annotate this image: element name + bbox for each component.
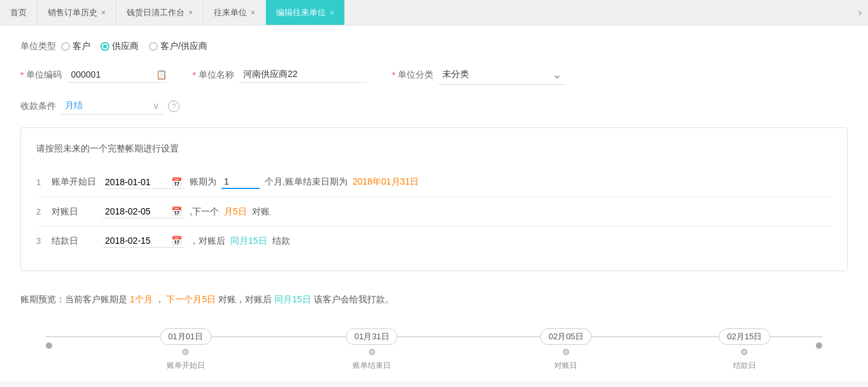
timeline-badge-2: 02月05日 <box>540 328 592 345</box>
unit-name-star: * <box>192 70 195 80</box>
row-3-suffix-before: ，对账后 <box>190 236 225 247</box>
settings-section: 请按照未来的一个完整帐期进行设置 1 账单开始日 📅 账期为 个月,账单结束日期… <box>20 127 848 271</box>
radio-supplier[interactable]: 供应商 <box>101 41 139 52</box>
tab-edit-partner[interactable]: 编辑往来单位 × <box>266 0 345 25</box>
unit-code-icon[interactable]: 📋 <box>156 69 167 80</box>
unit-code-star: * <box>20 70 24 80</box>
tab-partner[interactable]: 往来单位 × <box>204 0 266 25</box>
preview-suffix: 该客户会给我打款。 <box>314 294 394 304</box>
row-2-suffix-before: ,下一个 <box>190 206 219 218</box>
tab-sales-history-label: 销售订单历史 <box>48 7 97 18</box>
preview-text: 账期预览：当前客户账期是 1个月 ， 下一个月5日 对账，对账后 同月15日 该… <box>20 284 848 316</box>
timeline-badge-0: 01月01日 <box>160 328 211 345</box>
row-1-period-label: 账期为 <box>190 176 216 188</box>
timeline-badge-1: 01月31日 <box>346 328 398 345</box>
unit-code-input[interactable] <box>67 67 156 82</box>
timeline-point-0: 01月01日 账单开始日 <box>160 328 211 371</box>
timeline-badge-3: 02月15日 <box>719 328 771 345</box>
timeline-label-2: 对账日 <box>554 360 577 371</box>
radio-customer-label: 客户 <box>73 41 90 52</box>
row-2-suffix-after: 对账 <box>252 206 270 218</box>
unit-name-input[interactable] <box>239 67 367 83</box>
preview-part1: 1个月 <box>130 294 153 304</box>
unit-code-group: * 单位编码 📋 <box>20 67 167 83</box>
payment-row: 收款条件 月结 ∨ ? <box>20 97 848 115</box>
payment-value: 月结 <box>65 100 149 111</box>
setting-row-1: 1 账单开始日 📅 账期为 个月,账单结束日期为 2018年01月31日 <box>36 167 832 197</box>
section-hint: 请按照未来的一个完整帐期进行设置 <box>36 143 832 155</box>
radio-supplier-circle <box>101 42 109 51</box>
row-1-cal-icon[interactable]: 📅 <box>171 177 182 187</box>
row-2-cal-icon[interactable]: 📅 <box>171 206 182 216</box>
timeline-left-dot <box>46 342 52 349</box>
row-1-period-end: 2018年01月31日 <box>353 176 419 188</box>
payment-help-icon[interactable]: ? <box>168 101 179 112</box>
radio-both-circle <box>149 42 158 51</box>
timeline: 01月01日 账单开始日 01月31日 账单结束日 02月05日 对账日 02月… <box>20 316 848 354</box>
row-2-suffix-highlight: 月5日 <box>224 206 247 218</box>
unit-category-label: 单位分类 <box>398 69 433 81</box>
unit-type-row: 单位类型 客户 供应商 客户/供应商 <box>20 41 848 52</box>
preview-part3: 同月15日 <box>274 294 311 304</box>
tab-cash-work[interactable]: 钱货日清工作台 × <box>116 0 204 25</box>
unit-category-star: * <box>392 70 395 80</box>
setting-row-3: 3 结款日 📅 ，对账后 同月15日 结款 <box>36 227 832 255</box>
radio-both-label: 客户/供应商 <box>160 41 207 52</box>
unit-category-group: * 单位分类 未分类 ⌄ <box>392 65 566 85</box>
unit-category-value: 未分类 <box>442 69 552 80</box>
row-2-num: 2 <box>36 207 52 216</box>
tab-cash-work-close[interactable]: × <box>188 8 193 17</box>
row-2-field: 对账日 <box>52 206 102 218</box>
unit-code-label: 单位编码 <box>26 69 62 81</box>
tab-sales-history[interactable]: 销售订单历史 × <box>38 0 116 25</box>
timeline-point-3: 02月15日 结款日 <box>719 328 771 371</box>
tab-home[interactable]: 首页 <box>0 0 38 25</box>
tab-sales-history-close[interactable]: × <box>101 8 106 17</box>
tab-edit-partner-close[interactable]: × <box>330 8 334 17</box>
timeline-point-2: 02月05日 对账日 <box>540 328 592 371</box>
tab-partner-label: 往来单位 <box>214 7 247 18</box>
preview-mid1: ， <box>155 294 164 304</box>
unit-category-select[interactable]: 未分类 ⌄ <box>438 65 566 85</box>
row-1-date-wrapper: 📅 <box>102 176 185 189</box>
row-1-period-suffix: 个月,账单结束日期为 <box>265 176 347 188</box>
row-1-field: 账单开始日 <box>52 176 102 188</box>
row-2-date-input[interactable] <box>105 206 169 216</box>
row-3-date-input[interactable] <box>105 236 169 246</box>
timeline-dot-1 <box>368 349 375 355</box>
tab-home-label: 首页 <box>10 7 27 18</box>
row-3-cal-icon[interactable]: 📅 <box>171 236 182 246</box>
tab-partner-close[interactable]: × <box>251 8 255 17</box>
payment-label: 收款条件 <box>20 101 56 112</box>
tabs-bar: 首页 销售订单历史 × 钱货日清工作台 × 往来单位 × 编辑往来单位 × › <box>0 0 868 25</box>
radio-customer-circle <box>61 42 70 51</box>
timeline-label-3: 结款日 <box>733 360 756 371</box>
radio-customer[interactable]: 客户 <box>61 41 90 52</box>
timeline-point-1: 01月31日 账单结束日 <box>346 328 398 371</box>
unit-name-group: * 单位名称 <box>192 67 366 83</box>
tabs-arrow[interactable]: › <box>852 7 868 18</box>
radio-supplier-label: 供应商 <box>112 41 139 52</box>
preview-mid2: 对账，对账后 <box>218 294 272 304</box>
row-1-date-input[interactable] <box>105 177 169 187</box>
timeline-right-dot <box>816 342 822 349</box>
unit-type-label: 单位类型 <box>20 41 56 52</box>
preview-prefix: 账期预览：当前客户账期是 <box>20 294 127 304</box>
row-1-period-input[interactable] <box>221 175 260 189</box>
timeline-label-0: 账单开始日 <box>167 360 205 371</box>
row-1-num: 1 <box>36 178 52 187</box>
unit-code-input-wrapper: 📋 <box>67 67 167 83</box>
row-3-suffix-after: 结款 <box>272 236 290 247</box>
setting-row-2: 2 对账日 📅 ,下一个 月5日 对账 <box>36 197 832 227</box>
timeline-dot-0 <box>183 349 189 355</box>
unit-category-arrow: ⌄ <box>552 67 562 81</box>
row-3-date-wrapper: 📅 <box>102 234 185 248</box>
tab-edit-partner-label: 编辑往来单位 <box>276 7 326 18</box>
unit-type-radio-group: 客户 供应商 客户/供应商 <box>61 41 207 52</box>
timeline-dot-2 <box>563 349 569 355</box>
radio-both[interactable]: 客户/供应商 <box>149 41 207 52</box>
tab-cash-work-label: 钱货日清工作台 <box>127 7 185 18</box>
row-3-field: 结款日 <box>52 236 102 247</box>
unit-info-row: * 单位编码 📋 * 单位名称 * 单位分类 未分类 ⌄ <box>20 65 848 85</box>
payment-select[interactable]: 月结 ∨ <box>61 97 163 115</box>
